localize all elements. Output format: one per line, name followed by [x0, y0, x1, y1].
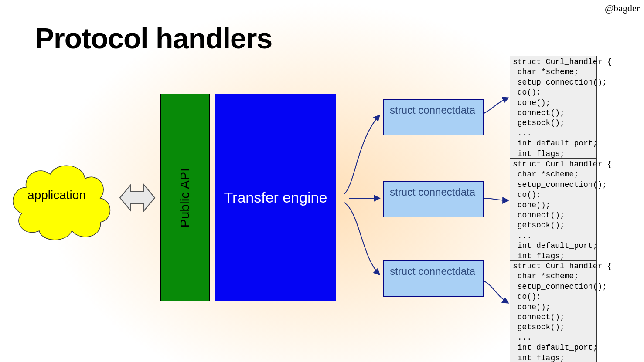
arrow-engine-to-cd1 — [344, 115, 379, 194]
connectdata-label-1: struct connectdata — [390, 104, 475, 116]
connectdata-label-3: struct connectdata — [390, 265, 475, 277]
handler-code-1: struct Curl_handler { char *scheme; setu… — [510, 56, 597, 170]
bidirectional-arrow — [120, 185, 155, 211]
application-label: application — [22, 188, 92, 202]
author-handle: @bagder — [605, 3, 640, 14]
handler-code-2: struct Curl_handler { char *scheme; setu… — [510, 158, 597, 273]
arrow-cd2-to-h2 — [484, 198, 508, 200]
arrow-cd3-to-h3 — [484, 281, 508, 303]
handler-code-3: struct Curl_handler { char *scheme; setu… — [510, 260, 597, 362]
connectdata-box-2: struct connectdata — [383, 181, 484, 217]
public-api-label: Public API — [178, 168, 193, 227]
slide-title: Protocol handlers — [35, 22, 272, 55]
application-cloud — [13, 166, 110, 240]
transfer-engine-label: Transfer engine — [224, 189, 327, 206]
public-api-box: Public API — [160, 94, 210, 301]
arrow-cd1-to-h1 — [484, 98, 508, 113]
arrow-engine-to-cd3 — [344, 203, 379, 274]
connectdata-label-2: struct connectdata — [390, 186, 475, 198]
connectdata-box-3: struct connectdata — [383, 260, 484, 297]
slide: @bagder Protocol handlers application Pu… — [0, 0, 644, 362]
connectdata-box-1: struct connectdata — [383, 99, 484, 135]
transfer-engine-box: Transfer engine — [215, 94, 336, 301]
